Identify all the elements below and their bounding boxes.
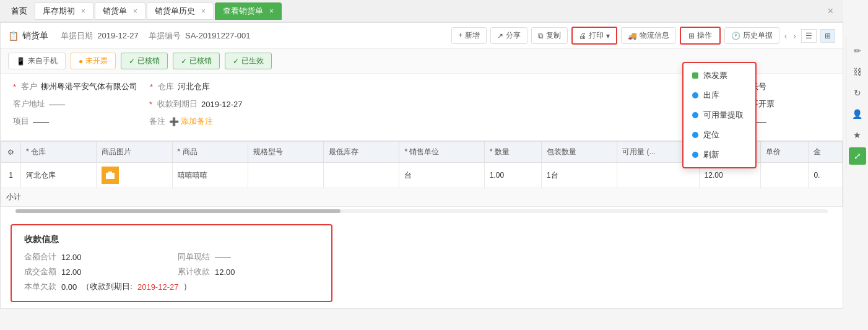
subtotal-label: 小计 [1,188,843,207]
tab-sales-order[interactable]: 销货单 × [95,2,145,20]
window-close-button[interactable]: × [823,6,838,17]
sidebar-rotate-icon[interactable]: ↻ [849,84,866,102]
close-history-tab[interactable]: × [201,7,206,15]
overdue-value: 0.00 [61,282,77,292]
tab-view-sales[interactable]: 查看销货单 × [215,2,282,20]
history-button[interactable]: 🕐 历史单据 [724,27,779,44]
deal-amount-item: 成交金额 12.00 [24,266,165,277]
th-amount: 金 [809,142,843,163]
ops-add-invoice[interactable]: 添发票 [684,66,755,85]
th-settings[interactable]: ⚙ [1,142,21,163]
print-dropdown-arrow: ▾ [606,32,610,40]
logistics-button[interactable]: 🚚 物流信息 [621,27,676,44]
overdue-item: 本单欠款 0.00 （收款到期日: 2019-12-27 ） [24,281,319,292]
copy-button[interactable]: ⧉ 复制 [531,27,568,44]
customer-required: * [13,82,16,92]
th-product: * 商品 [172,142,248,163]
doc-meta: 单据日期 2019-12-27 单据编号 SA-20191227-001 [61,30,446,41]
sidebar-edit-icon[interactable]: ✏ [849,42,866,59]
sold-status-button[interactable]: ✓ 已核销 [173,53,220,69]
svg-rect-0 [106,173,115,179]
th-unit-price: 单价 [761,142,809,163]
project-field: 项目 —— [13,116,137,127]
sidebar-user-icon[interactable]: 👤 [849,105,866,123]
outbound-icon [692,92,698,98]
copy-icon: ⧉ [538,32,544,40]
mobile-source-button[interactable]: 📱 来自手机 [8,53,66,69]
customer-value: 柳州粤港平安气体有限公司 [41,81,137,92]
available-qty-label: 可用量提取 [703,110,744,121]
sidebar-star-icon[interactable]: ★ [849,126,866,144]
share-icon: ↗ [497,32,503,40]
payment-section: 收款信息 金额合计 12.00 同单现结 —— 成交金额 12.00 累计收款 … [11,224,332,302]
invoice-status-button[interactable]: ● 未开票 [71,53,116,69]
total-amount-value: 12.00 [61,253,82,262]
payment-due-value: 2019-12-27 [201,100,243,109]
tab-bar: 首页 库存期初 × 销货单 × 销货单历史 × 查看销货单 × × [0,0,843,22]
row-num: 1 [1,163,21,188]
ops-grid-icon: ⊞ [688,32,695,40]
overdue-note: （收款到期日: [82,281,132,292]
close-sales-tab[interactable]: × [133,7,137,15]
product-image [102,167,119,184]
list-view-button[interactable]: ☰ [801,29,817,43]
th-min-stock: 最低库存 [324,142,399,163]
nav-next-arrow[interactable]: › [792,31,797,41]
ops-refresh[interactable]: 刷新 [684,145,755,165]
locate-icon [692,132,698,138]
close-inventory-tab[interactable]: × [81,7,85,15]
th-qty: * 数量 [484,142,541,163]
add-invoice-icon [692,72,698,79]
invoice-dot: ● [79,57,83,66]
available-qty-icon [692,112,698,118]
payment-grid: 金额合计 12.00 同单现结 —— 成交金额 12.00 累计收款 12.00… [24,251,319,292]
row-qty: 1.00 [484,163,541,188]
project-value: —— [33,117,49,126]
outbound-label: 出库 [703,90,719,101]
ops-available-qty[interactable]: 可用量提取 [684,105,755,125]
address-field: 客户地址 —— [13,98,137,110]
ops-locate[interactable]: 定位 [684,125,755,145]
doc-title: 📋 销货单 [8,30,48,41]
warehouse-required: * [150,82,153,92]
row-product: 嘻嘻嘻嘻 [172,163,248,188]
th-warehouse: * 仓库 [21,142,97,163]
cumulative-value: 12.00 [215,267,235,277]
table-scrollbar[interactable] [15,209,828,213]
share-button[interactable]: ↗ 分享 [490,27,527,44]
add-invoice-label: 添发票 [703,70,727,81]
row-spec [248,163,323,188]
tab-inventory-init[interactable]: 库存期初 × [35,2,93,20]
row-warehouse: 河北仓库 [21,163,97,188]
th-pack-qty: 包装数量 [541,142,617,163]
truck-icon: 🚚 [628,32,637,40]
sidebar-expand-icon[interactable]: ⤢ [849,147,866,165]
new-button[interactable]: + 新增 [451,27,486,44]
nav-prev-arrow[interactable]: ‹ [783,31,789,41]
scrollbar-thumb [15,209,341,213]
row-unit-price [761,163,809,188]
same-order-item: 同单现结 —— [178,251,319,263]
doc-title-text: 销货单 [22,30,48,41]
close-view-sales-tab[interactable]: × [269,7,274,15]
print-button[interactable]: 🖨 打印 ▾ [571,27,617,45]
ops-outbound[interactable]: 出库 [684,85,755,105]
th-spec: 规格型号 [248,142,323,163]
th-product-img: 商品图片 [97,142,172,163]
row-amount: 0. [809,163,843,188]
sold-icon: ✓ [181,57,187,66]
tab-sales-history[interactable]: 销货单历史 × [147,2,214,20]
same-order-value: —— [215,253,231,262]
deal-amount-value: 12.00 [61,267,82,277]
grid-view-button[interactable]: ⊞ [820,29,835,43]
ops-button[interactable]: ⊞ 操作 [680,27,721,45]
effective-status-button[interactable]: ✓ 已生效 [225,53,272,69]
sidebar-link-icon[interactable]: ⛓ [849,63,866,80]
tab-home[interactable]: 首页 [5,6,33,17]
add-note-button[interactable]: ➕ 添加备注 [169,116,213,127]
verify-status-button[interactable]: ✓ 已核销 [121,53,168,69]
doc-number-label: 单据编号 SA-20191227-001 [149,30,251,41]
overdue-date: 2019-12-27 [137,282,179,292]
add-note-plus: ➕ [169,117,179,126]
print-icon: 🖨 [579,32,586,40]
